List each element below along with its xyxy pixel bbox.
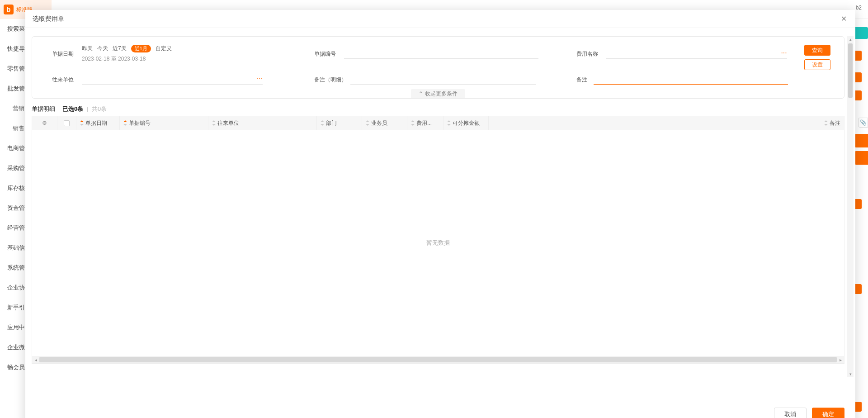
scroll-up-icon[interactable]: ▴ [847,36,854,43]
partner-input[interactable] [82,75,263,85]
collapse-filters-button[interactable]: ⌃ 收起更多条件 [411,89,465,98]
filter-label-partner: 往来单位 [52,76,78,84]
column-settings[interactable]: ⚙ [32,116,57,130]
remark-detail-input[interactable] [350,75,536,85]
filter-label-remark-detail: 备注（明细） [314,76,347,84]
detail-strip: 单据明细 已选0条 | 共0条 [32,105,844,113]
modal-header: 选取费用单 ✕ [25,10,855,28]
column-docno[interactable]: 单据编号 [120,116,208,130]
date-preset-last7[interactable]: 近7天 [113,45,127,52]
sort-icon [366,120,369,126]
vertical-scrollbar[interactable]: ▴ ▾ [847,36,854,377]
scroll-left-icon[interactable]: ◂ [32,356,39,363]
fee-name-input[interactable] [606,49,787,59]
sort-icon [80,120,84,126]
scroll-thumb[interactable] [848,43,853,98]
date-preset-today[interactable]: 今天 [97,45,108,52]
select-fee-modal: 选取费用单 ✕ 单据日期 昨天 今天 近7天 [25,10,855,418]
collapse-label: 收起更多条件 [425,90,458,98]
detail-table: ⚙ 单据日期 单据编号 往来单位 部门 业务员 费用... 可分摊金额 备注 暂… [32,116,844,364]
sort-icon [824,120,828,126]
column-remark[interactable]: 备注 [489,116,844,130]
column-date[interactable]: 单据日期 [76,116,120,130]
sort-icon [321,120,324,126]
more-icon[interactable]: ··· [257,76,263,82]
query-button[interactable]: 查询 [804,45,830,56]
filter-actions: 查询 设置 [804,45,830,70]
more-icon[interactable]: ··· [781,50,787,56]
chevron-up-icon: ⌃ [419,90,423,97]
sort-icon [123,120,127,126]
detail-count: 已选0条 | 共0条 [62,105,107,113]
empty-text: 暂无数据 [426,239,450,247]
close-icon[interactable]: ✕ [839,14,848,24]
doc-no-input[interactable] [344,49,538,59]
scroll-right-icon[interactable]: ▸ [837,356,844,363]
detail-title: 单据明细 [32,105,55,113]
modal-footer: 取消 确定 [25,402,855,418]
date-presets: 昨天 今天 近7天 近1月 自定义 [82,45,172,52]
date-preset-last1m[interactable]: 近1月 [131,45,151,52]
column-dept[interactable]: 部门 [317,116,362,130]
remark-input[interactable] [594,75,788,85]
date-range-text: 2023-02-18 至 2023-03-18 [82,55,172,63]
scroll-down-icon[interactable]: ▾ [847,371,854,377]
filter-panel: 单据日期 昨天 今天 近7天 近1月 自定义 2023-02-18 至 2023… [32,36,844,99]
ok-button[interactable]: 确定 [812,408,844,418]
filter-label-remark: 备注 [576,76,590,84]
date-preset-yesterday[interactable]: 昨天 [82,45,93,52]
settings-button[interactable]: 设置 [804,59,830,70]
sort-icon [447,120,451,126]
modal-body: 单据日期 昨天 今天 近7天 近1月 自定义 2023-02-18 至 2023… [25,28,855,402]
filter-label-feename: 费用名称 [576,50,603,58]
column-alloc[interactable]: 可分摊金额 [443,116,489,130]
filter-label-docno: 单据编号 [314,50,340,58]
sort-icon [411,120,415,126]
table-body-empty: 暂无数据 [32,130,844,356]
checkbox-icon [64,120,70,126]
horizontal-scrollbar[interactable]: ◂ ▸ [32,356,844,363]
filter-label-date: 单据日期 [52,50,78,58]
modal-title: 选取费用单 [33,15,64,23]
cancel-button[interactable]: 取消 [774,408,807,418]
scroll-thumb[interactable] [39,357,837,362]
gear-icon: ⚙ [42,120,47,126]
date-preset-custom[interactable]: 自定义 [156,45,172,52]
sort-icon [212,120,216,126]
column-operator[interactable]: 业务员 [362,116,407,130]
column-fee[interactable]: 费用... [407,116,443,130]
column-checkbox[interactable] [57,116,76,130]
table-header: ⚙ 单据日期 单据编号 往来单位 部门 业务员 费用... 可分摊金额 备注 [32,116,844,130]
column-partner[interactable]: 往来单位 [208,116,317,130]
